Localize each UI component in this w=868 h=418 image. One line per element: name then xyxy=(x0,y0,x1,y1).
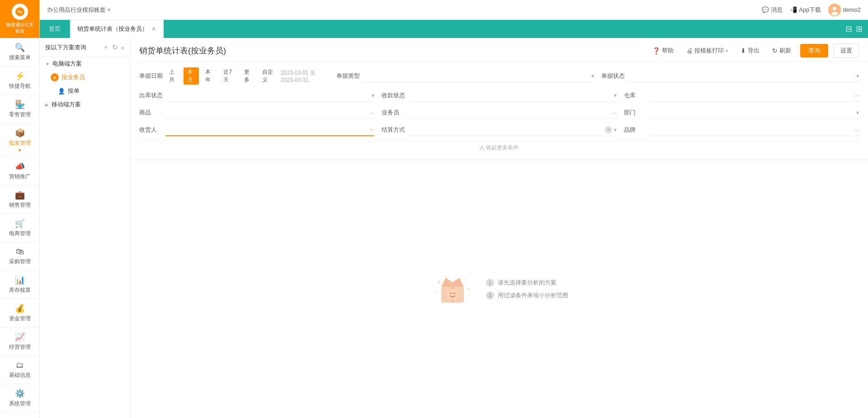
date-btn-this-month[interactable]: 本月 xyxy=(184,67,199,85)
refresh-scheme-icon[interactable]: ↻ xyxy=(112,43,118,52)
svg-point-10 xyxy=(464,279,466,281)
doc-type-control[interactable]: ▾ xyxy=(363,70,594,82)
avatar xyxy=(828,4,841,16)
sidebar-item-inventory[interactable]: 📊 库存核算 xyxy=(0,271,39,299)
page-actions: ❓ 帮助 🖨 按模板打印 ▾ ⬇ 导出 ↻ 刷新 xyxy=(649,43,859,58)
sidebar-item-enterprise[interactable]: 🤝 企业协同 xyxy=(0,413,39,418)
collapse-more-btn[interactable]: ⋀ 收起更多条件 xyxy=(139,141,859,154)
empty-state: 1 请先选择要分析的方案 2 用过滤条件来缩小分析范围 xyxy=(130,160,868,418)
tree-label-bidan: 按单 xyxy=(68,87,80,95)
shortcut-icon: ⚡ xyxy=(15,71,25,81)
tree-root: ▼ 电脑端方案 ● 按业务员 👤 按单 ▶ 移动端方案 xyxy=(40,57,130,111)
inventory-icon: 📊 xyxy=(15,275,25,285)
brand-control[interactable]: ··· xyxy=(650,124,859,136)
template-print-btn[interactable]: 🖨 按模板打印 ▾ xyxy=(683,45,731,57)
doc-type-arrow-icon: ▾ xyxy=(591,73,594,79)
doc-status-control[interactable]: ▾ xyxy=(628,70,859,82)
filter-row-3: 商品 ··· 业务员 ··· 部门 xyxy=(139,106,859,119)
tree-item-mobile[interactable]: ▶ 移动端方案 xyxy=(40,98,130,111)
sidebar-item-retail[interactable]: 🏪 零售管理 xyxy=(0,95,39,124)
sidebar-item-wholesale[interactable]: 📦 批发管理 ▲ xyxy=(0,124,39,157)
username-label: demo2 xyxy=(843,6,861,13)
marketing-icon: 📣 xyxy=(15,162,25,171)
collapse-panel-icon[interactable]: « xyxy=(121,44,124,51)
sidebar-item-sales[interactable]: 💼 销售管理 xyxy=(0,185,39,214)
help-btn[interactable]: ❓ 帮助 xyxy=(649,45,677,57)
tabbar: 首页 销货单统计表（按业务员） ✕ ⊟ ⊞ xyxy=(40,20,868,38)
brand-dots-icon: ··· xyxy=(854,126,859,133)
tree-item-salesman[interactable]: ● 按业务员 xyxy=(40,71,130,84)
date-btn-this-year[interactable]: 本年 xyxy=(202,67,217,85)
svg-point-8 xyxy=(454,293,455,294)
out-status-control[interactable]: ▾ xyxy=(166,89,374,102)
tab-close-icon[interactable]: ✕ xyxy=(151,26,156,32)
tree-item-bidan[interactable]: 👤 按单 xyxy=(40,84,130,98)
empty-state-content: 1 请先选择要分析的方案 2 用过滤条件来缩小分析范围 xyxy=(430,266,568,312)
filter-receiver: 收货人 ··· xyxy=(139,124,374,136)
app-download-btn[interactable]: 📲 App下载 xyxy=(790,6,821,14)
logo-area: 畅捷通好生意 标版 xyxy=(0,0,39,38)
filter-out-status: 出库状态 ▾ xyxy=(139,89,374,102)
user-menu[interactable]: demo2 xyxy=(828,4,861,16)
account-dropdown[interactable]: 办公用品行业模拟账套 ▾ xyxy=(47,6,111,14)
receiver-dots-icon: ··· xyxy=(369,126,374,133)
query-button[interactable]: 查询 xyxy=(800,44,828,57)
finance-icon: 💰 xyxy=(15,304,25,314)
wholesale-icon: 📦 xyxy=(15,128,25,138)
tree-badge-salesman: ● xyxy=(51,73,59,81)
filter-goods: 商品 ··· xyxy=(139,106,374,119)
filter-brand: 品牌 ··· xyxy=(624,124,859,136)
collapse-up-icon: ⋀ xyxy=(480,145,484,151)
sidebar-shortcut[interactable]: ⚡ 快捷导航 xyxy=(0,66,39,95)
filter-row-4: 收货人 ··· 结算方式 ✕ ▾ xyxy=(139,124,859,136)
date-btn-last-month[interactable]: 上月 xyxy=(165,67,181,85)
payment-control[interactable]: ✕ ▾ xyxy=(409,124,617,136)
retail-icon: 🏪 xyxy=(15,100,25,109)
empty-illustration xyxy=(430,266,475,312)
add-scheme-icon[interactable]: ＋ xyxy=(102,43,109,52)
tab-minimize-icon[interactable]: ⊟ xyxy=(845,24,852,34)
filter-collect-status: 收款状态 ▾ xyxy=(382,89,617,102)
sidebar-item-finance[interactable]: 💰 资金管理 xyxy=(0,299,39,328)
message-btn[interactable]: 💬 消息 xyxy=(762,6,783,14)
sidebar-item-marketing[interactable]: 📣 营销推广 xyxy=(0,157,39,185)
warehouse-control[interactable]: ··· xyxy=(650,89,859,102)
goods-dots-icon: ··· xyxy=(369,109,374,116)
payment-clear-icon[interactable]: ✕ xyxy=(605,126,612,133)
settings-button[interactable]: 设置 xyxy=(834,43,859,58)
salesman-control[interactable]: ··· xyxy=(408,106,617,119)
sidebar-item-system[interactable]: ⚙️ 系统管理 xyxy=(0,384,39,413)
empty-tip-2: 2 用过滤条件来缩小分析范围 xyxy=(486,291,568,299)
dept-control[interactable]: ▾ xyxy=(650,106,859,119)
tab-home[interactable]: 首页 xyxy=(40,20,70,38)
content-area: 按以下方案查询 ＋ ↻ « ▼ 电脑端方案 ● 按业务员 👤 xyxy=(40,38,868,418)
filter-doc-status: 单据状态 ▾ xyxy=(601,70,859,82)
operation-icon: 📈 xyxy=(15,332,25,342)
sidebar-item-basic[interactable]: 🗂 基础信息 xyxy=(0,356,39,384)
tab-sales-stat[interactable]: 销货单统计表（按业务员） ✕ xyxy=(70,20,164,38)
refresh-btn[interactable]: ↻ 刷新 xyxy=(769,45,795,57)
doc-type-label: 单据类型 xyxy=(336,72,360,80)
tab-maximize-icon[interactable]: ⊞ xyxy=(856,24,863,34)
sidebar-item-operation[interactable]: 📈 经营管理 xyxy=(0,328,39,356)
basic-icon: 🗂 xyxy=(16,361,24,370)
date-btn-7days[interactable]: 近7天 xyxy=(220,67,237,85)
filter-warehouse: 仓库 ··· xyxy=(624,89,859,102)
svg-point-12 xyxy=(436,290,438,292)
date-btn-more[interactable]: 更多 xyxy=(241,67,256,85)
sidebar-search[interactable]: 🔍 搜索菜单 xyxy=(0,38,39,66)
date-btn-custom[interactable]: 自定义 xyxy=(259,67,278,85)
goods-control[interactable]: ··· xyxy=(165,106,374,119)
tree-item-pc[interactable]: ▼ 电脑端方案 xyxy=(40,57,130,71)
svg-point-2 xyxy=(833,7,836,10)
panel-header-actions: ＋ ↻ « xyxy=(102,43,124,52)
receiver-control[interactable]: ··· xyxy=(165,124,374,136)
filter-salesman: 业务员 ··· xyxy=(382,106,617,119)
account-title: 办公用品行业模拟账套 xyxy=(47,6,106,14)
sales-icon: 💼 xyxy=(15,190,25,200)
export-btn[interactable]: ⬇ 导出 xyxy=(737,45,763,57)
sidebar-item-purchase[interactable]: 🛍 采购管理 xyxy=(0,242,39,271)
sidebar-item-ecommerce[interactable]: 🛒 电商管理 xyxy=(0,214,39,242)
collect-status-control[interactable]: ▾ xyxy=(409,89,617,102)
tip-text-2: 用过滤条件来缩小分析范围 xyxy=(498,291,568,299)
